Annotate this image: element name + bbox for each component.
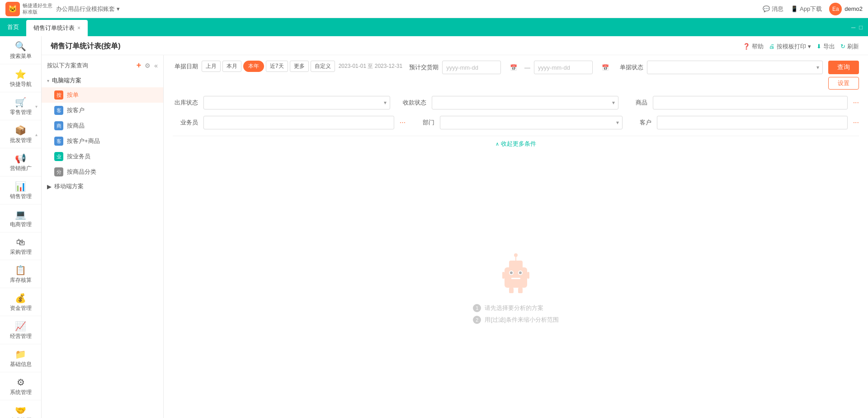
- page-title: 销售订单统计表(按单): [51, 42, 121, 51]
- print-icon: 🖨: [769, 43, 775, 50]
- plan-item-by-customer[interactable]: 客 按客户: [42, 103, 163, 118]
- date-btn-7days[interactable]: 近7天: [266, 61, 288, 72]
- empty-hint-1: 1 请先选择要分析的方案: [473, 304, 558, 312]
- shipping-status-select[interactable]: [203, 96, 390, 109]
- customer-label: 客户: [633, 119, 651, 127]
- shipping-status-wrap: [203, 96, 390, 109]
- doc-status-select-wrap: [647, 61, 823, 74]
- left-panel-title: 按以下方案查询: [47, 62, 88, 70]
- plan-settings-icon[interactable]: ⚙: [145, 62, 151, 69]
- wholesale-icon: 📦: [15, 125, 26, 136]
- page-header: 销售订单统计表(按单) ❓ 帮助 🖨 按模板打印 ▾ ⬇ 导出 ↻ 刷新: [42, 36, 868, 55]
- sidebar-item-marketing[interactable]: 📢 营销推广: [0, 148, 41, 176]
- right-panel: 单据日期 上月 本月 本年 近7天 更多 自定义 2023-01-01 至 20…: [164, 55, 868, 418]
- svg-rect-0: [505, 267, 527, 288]
- empty-hint-2: 2 用[过滤]条件来缩小分析范围: [473, 316, 558, 324]
- salesperson-dots[interactable]: ···: [400, 119, 406, 127]
- expected-date-end-input[interactable]: [534, 61, 593, 74]
- app-sidebar: 🔍 搜索菜单 ⭐ 快捷导航 🛒 零售管理 ▾ 📦 批发管理 ▴ 📢 营销推广 📊…: [0, 36, 42, 418]
- date-btn-custom[interactable]: 自定义: [311, 61, 335, 72]
- sidebar-item-finance[interactable]: 💰 资金管理: [0, 288, 41, 316]
- salesperson-label: 业务员: [173, 119, 198, 127]
- help-button[interactable]: ❓ 帮助: [743, 43, 764, 51]
- finance-icon: 💰: [15, 293, 26, 304]
- star-icon: ⭐: [15, 69, 26, 80]
- tab-home[interactable]: 首页: [0, 18, 26, 36]
- date-btn-this-year[interactable]: 本年: [243, 61, 264, 72]
- breadcrumb-selector[interactable]: 办公用品行业模拟账套 ▾: [56, 5, 120, 13]
- refresh-button[interactable]: ↻ 刷新: [840, 43, 859, 51]
- user-area[interactable]: Ea demo2: [829, 3, 863, 15]
- wholesale-arrow-icon: ▴: [35, 132, 38, 137]
- sidebar-item-wholesale[interactable]: 📦 批发管理 ▴: [0, 120, 41, 148]
- sidebar-item-search[interactable]: 🔍 搜索菜单: [0, 36, 41, 64]
- plan-icon-category: 分: [54, 167, 63, 176]
- sidebar-item-purchase[interactable]: 🛍 采购管理: [0, 233, 41, 260]
- header-actions: ❓ 帮助 🖨 按模板打印 ▾ ⬇ 导出 ↻ 刷新: [743, 43, 859, 51]
- settings-button[interactable]: 设置: [828, 77, 859, 90]
- expected-date-start-input[interactable]: [442, 61, 501, 74]
- sidebar-item-inventory[interactable]: 📋 库存核算: [0, 260, 41, 288]
- maximize-icon[interactable]: □: [859, 24, 863, 31]
- inventory-icon: 📋: [15, 265, 26, 276]
- retail-icon: 🛒: [15, 97, 26, 108]
- cal-end-icon: 📅: [602, 64, 609, 71]
- collapse-icon: ∧: [495, 141, 499, 147]
- system-icon: ⚙: [17, 377, 25, 388]
- tab-close-icon[interactable]: ×: [77, 25, 80, 31]
- sidebar-item-ecommerce[interactable]: 💻 电商管理: [0, 204, 41, 233]
- svg-rect-1: [509, 261, 523, 270]
- message-button[interactable]: 💬 消息: [763, 5, 783, 13]
- salesperson-input[interactable]: [203, 116, 394, 129]
- content-area: 销售订单统计表(按单) ❓ 帮助 🖨 按模板打印 ▾ ⬇ 导出 ↻ 刷新: [42, 36, 868, 418]
- plan-item-by-customer-goods[interactable]: 客 按客户+商品: [42, 133, 163, 149]
- mobile-expand-icon: ▶: [47, 183, 52, 190]
- goods-input[interactable]: [653, 96, 848, 109]
- sidebar-item-operations[interactable]: 📈 经营管理: [0, 316, 41, 344]
- plan-group-desktop: ▾ 电脑端方案 按 按单 客 按客户 商 按商品: [42, 74, 163, 180]
- empty-state-icon: [493, 252, 538, 297]
- sidebar-item-retail[interactable]: 🛒 零售管理 ▾: [0, 92, 41, 120]
- sidebar-item-quicknav[interactable]: ⭐ 快捷导航: [0, 64, 41, 92]
- payment-status-select[interactable]: [432, 96, 618, 109]
- department-select[interactable]: [440, 116, 623, 129]
- query-button[interactable]: 查询: [828, 61, 859, 74]
- svg-rect-9: [509, 288, 514, 293]
- expected-date-group: 预计交货期 📅 — 📅: [408, 61, 613, 74]
- collapse-button[interactable]: ∧ 收起更多条件: [173, 136, 859, 152]
- sidebar-item-system[interactable]: ⚙ 系统管理: [0, 372, 41, 400]
- svg-point-12: [514, 253, 518, 257]
- sidebar-item-basic-info[interactable]: 📁 基础信息: [0, 344, 41, 372]
- minimize-icon[interactable]: ─: [851, 24, 855, 31]
- basic-info-icon: 📁: [15, 349, 26, 360]
- doc-status-group: 单据状态: [618, 61, 823, 74]
- date-btn-this-month[interactable]: 本月: [222, 61, 241, 72]
- filter-row-3: 业务员 ··· 部门 客户 ···: [173, 116, 859, 129]
- goods-dots[interactable]: ···: [853, 99, 859, 107]
- plan-item-by-order[interactable]: 按 按单: [42, 87, 163, 103]
- sidebar-item-enterprise[interactable]: 🤝 企业协同: [0, 400, 41, 418]
- plan-icon-salesperson: 业: [54, 152, 63, 161]
- customer-input[interactable]: [657, 116, 848, 129]
- doc-status-select[interactable]: [647, 61, 823, 74]
- enterprise-icon: 🤝: [15, 405, 26, 416]
- payment-status-wrap: [432, 96, 618, 109]
- add-plan-icon[interactable]: +: [137, 61, 142, 70]
- customer-dots[interactable]: ···: [853, 119, 859, 127]
- print-button[interactable]: 🖨 按模板打印 ▾: [769, 43, 811, 51]
- sidebar-item-sales[interactable]: 📊 销售管理: [0, 176, 41, 204]
- collapse-panel-icon[interactable]: «: [154, 62, 158, 69]
- tab-sales-order-stats[interactable]: 销售订单统计表 ×: [26, 20, 88, 36]
- date-btn-more[interactable]: 更多: [290, 61, 309, 72]
- plan-item-by-goods[interactable]: 商 按商品: [42, 118, 163, 133]
- expected-date-start-wrap: 📅: [442, 61, 521, 74]
- marketing-icon: 📢: [15, 153, 26, 164]
- date-btn-last-month[interactable]: 上月: [202, 61, 221, 72]
- plan-item-by-salesperson[interactable]: 业 按业务员: [42, 149, 163, 164]
- app-download-button[interactable]: 📱 App下载: [791, 5, 822, 13]
- plan-group-header[interactable]: ▾ 电脑端方案: [42, 74, 163, 87]
- shipping-status-label: 出库状态: [173, 99, 198, 107]
- export-button[interactable]: ⬇ 导出: [816, 43, 835, 51]
- plan-item-by-category[interactable]: 分 按商品分类: [42, 164, 163, 180]
- mobile-group[interactable]: ▶ 移动端方案: [42, 180, 163, 193]
